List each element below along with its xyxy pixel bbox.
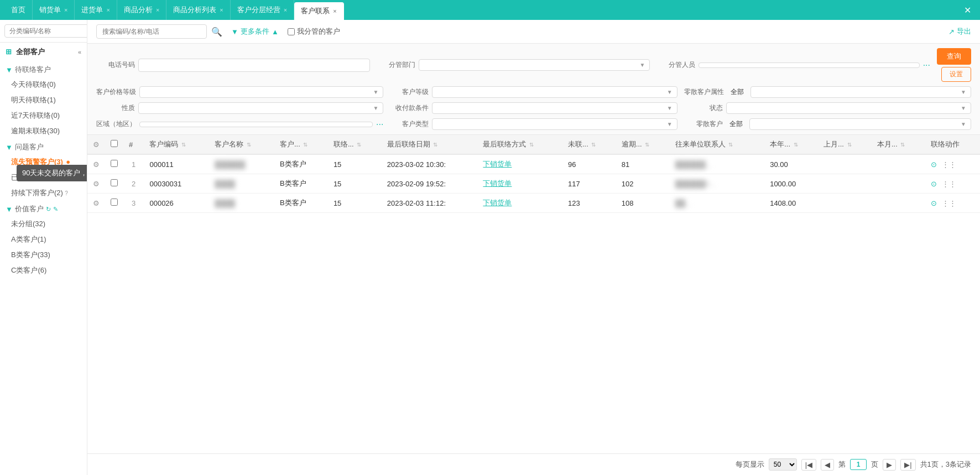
tab-customer-tier[interactable]: 客户分层经营 × [231,0,294,20]
page-input[interactable] [850,459,867,470]
col-name[interactable]: 客户名称 ⇅ [209,135,274,154]
col-this-year[interactable]: 本年... ⇅ [764,135,818,154]
col-not-contacted[interactable]: 未联... ⇅ [562,135,616,154]
filter-actions: 查询 设置 [937,48,971,82]
sidebar-item-today[interactable]: 今天待联络(0) [0,77,87,92]
collapse-icon[interactable]: « [78,49,81,55]
sidebar-item-tomorrow[interactable]: 明天待联络(1) [0,92,87,108]
sidebar-group-value[interactable]: ▼ 价值客户 ↻ ✎ [0,201,87,216]
filter-select-status[interactable]: ▼ [726,102,971,114]
row-not-contacted: 96 [562,154,616,174]
sidebar-item-class-a[interactable]: A类客户(1) [0,232,87,247]
tab-home[interactable]: 首页 [4,0,33,20]
page-next-button[interactable]: ▶ [883,459,896,471]
action-link-icon[interactable]: ⊙ [931,160,937,169]
tab-sales[interactable]: 销货单 × [33,0,75,20]
tab-analysis-close[interactable]: × [156,7,159,13]
tab-purchase[interactable]: 进货单 × [75,0,117,20]
tab-customer-contact[interactable]: 客户联系 × [294,2,343,20]
col-overdue[interactable]: 逾期... ⇅ [616,135,670,154]
filter-select-dept[interactable]: ▼ [419,59,650,71]
tab-sales-close[interactable]: × [64,7,67,13]
action-more-icon[interactable]: ⋮⋮ [942,180,956,188]
col-last-method[interactable]: 最后联络方式 ⇅ [477,135,562,154]
window-close-button[interactable]: ✕ [960,5,976,15]
filter-select-cust-type[interactable]: ▼ [432,118,677,130]
filter-label-sparse-attr: 零散客户属性 [684,87,724,97]
filter-select-price-level[interactable]: ▼ [139,86,383,98]
sidebar-all-customers[interactable]: ⊞ 全部客户 « [0,43,87,61]
tab-analysis-list-close[interactable]: × [220,7,223,13]
col-this-month[interactable]: 本月... ⇅ [872,135,925,154]
row-last-method[interactable]: 下销货单 [477,154,562,174]
row-checkbox[interactable] [111,199,118,206]
data-table-container: ⚙ # 客户编码 ⇅ 客户名称 ⇅ 客户... ⇅ 联络... ⇅ 最后联络日期… [87,135,980,453]
filter-select-sparse-cust[interactable]: ▼ [749,118,971,130]
page-last-button[interactable]: ▶| [900,459,915,471]
row-action: ⊙ ⋮⋮ [925,194,980,213]
settings-button[interactable]: 设置 [941,67,971,82]
filter-label-cust-type: 客户类型 [390,119,429,129]
tab-customer-tier-close[interactable]: × [284,7,287,13]
row-code: 000026 [144,194,209,213]
filter-select-cust-level[interactable]: ▼ [432,86,677,98]
col-last-date[interactable]: 最后联络日期 ⇅ [382,135,478,154]
row-gear[interactable]: ⚙ [87,174,105,194]
col-last-month[interactable]: 上月... ⇅ [818,135,872,154]
sidebar-item-declining[interactable]: 持续下滑客户(2) ? [0,185,87,201]
sidebar-item-overdue[interactable]: 逾期未联络(30) [0,123,87,139]
filter-select-person[interactable] [698,62,919,68]
col-contacts[interactable]: 联络... ⇅ [328,135,382,154]
sidebar-search-input[interactable] [4,24,87,38]
row-not-contacted: 123 [562,194,616,213]
row-gear[interactable]: ⚙ [87,154,105,174]
action-more-icon[interactable]: ⋮⋮ [942,199,956,207]
row-checkbox[interactable] [111,160,118,167]
tab-analysis[interactable]: 商品分析 × [117,0,166,20]
row-overdue: 81 [616,154,670,174]
page-prev-button[interactable]: ◀ [821,459,834,471]
row-type: B类客户 [274,154,328,174]
sidebar-item-class-b[interactable]: B类客户(33) [0,247,87,263]
row-gear[interactable]: ⚙ [87,194,105,213]
sparse-attr-arrow-icon: ▼ [961,89,966,95]
action-more-icon[interactable]: ⋮⋮ [942,160,956,169]
query-button[interactable]: 查询 [937,48,971,65]
per-page-select[interactable]: 50 100 200 [769,458,797,471]
page-first-button[interactable]: |◀ [801,459,816,471]
filter-search-button[interactable]: 🔍 [211,27,222,37]
sidebar-group-problem[interactable]: ▼ 问题客户 [0,139,87,154]
my-customers-checkbox-label[interactable]: 我分管的客户 [288,27,340,36]
sidebar-item-ungrouped[interactable]: 未分组(32) [0,216,87,232]
filter-select-sparse-attr[interactable]: ▼ [750,86,971,98]
tab-customer-contact-close[interactable]: × [333,8,336,14]
filter-select-region[interactable] [139,122,373,127]
row-last-method[interactable]: 下销货单 [477,174,562,194]
filter-select-nature[interactable]: ▼ [138,102,383,114]
tab-purchase-close[interactable]: × [106,7,110,13]
row-num: 1 [123,154,144,174]
select-all-checkbox[interactable] [111,140,118,147]
more-conditions-button[interactable]: ▼ 更多条件 ▲ [227,24,283,39]
my-customers-checkbox[interactable] [288,28,295,35]
tab-analysis-list[interactable]: 商品分析列表 × [166,0,230,20]
region-more-dots[interactable]: ··· [376,119,383,129]
filter-input-phone[interactable] [138,59,370,72]
action-link-icon[interactable]: ⊙ [931,199,937,207]
row-checkbox[interactable] [111,179,118,186]
col-type[interactable]: 客户... ⇅ [274,135,328,154]
col-code[interactable]: 客户编码 ⇅ [144,135,209,154]
filter-search-input[interactable] [96,24,207,39]
action-link-icon[interactable]: ⊙ [931,180,937,188]
row-last-method[interactable]: 下销货单 [477,194,562,213]
sidebar-item-class-c[interactable]: C类客户(6) [0,263,87,278]
row-last-date: 2023-02-03 11:12: [382,194,478,213]
col-contact-person[interactable]: 往来单位联系人 ⇅ [670,135,764,154]
col-gear[interactable]: ⚙ [87,135,105,154]
person-more-dots[interactable]: ··· [923,60,930,70]
tab-bar: 首页 销货单 × 进货单 × 商品分析 × 商品分析列表 × 客户分层经营 × … [0,0,980,20]
filter-select-payment[interactable]: ▼ [432,102,677,114]
export-button[interactable]: ↗ 导出 [948,27,971,36]
sidebar-item-7days[interactable]: 近7天待联络(0) [0,108,87,123]
sidebar-group-pending[interactable]: ▼ 待联络客户 [0,61,87,77]
